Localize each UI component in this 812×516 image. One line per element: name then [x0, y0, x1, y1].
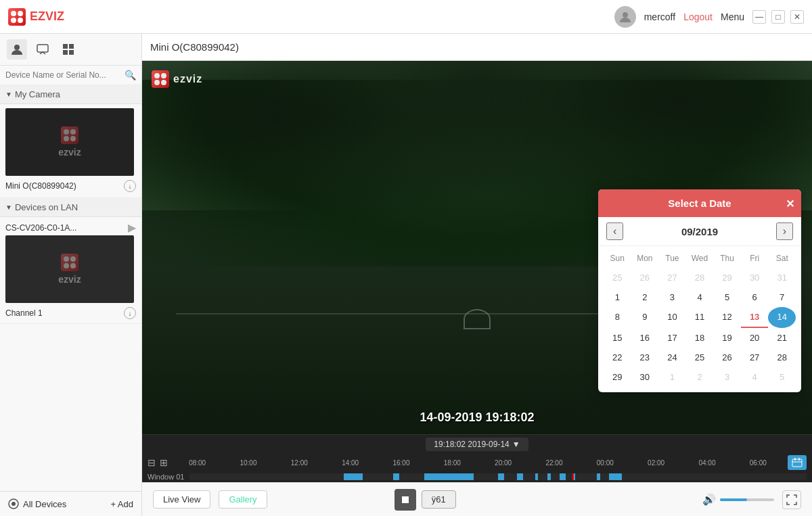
cal-day[interactable]: 20	[741, 328, 769, 348]
svg-rect-4	[69, 44, 74, 49]
cal-day[interactable]: 29	[713, 268, 741, 287]
cal-day[interactable]: 1	[658, 367, 686, 387]
zoom-in-icon[interactable]: ⊞	[160, 457, 168, 468]
cal-day[interactable]: 24	[658, 348, 686, 367]
fullscreen-button[interactable]	[782, 490, 801, 509]
cal-day[interactable]: 27	[658, 268, 686, 287]
calendar-close-button[interactable]: ✕	[786, 197, 794, 210]
section-my-camera[interactable]: ▼ My Camera	[0, 85, 141, 104]
gallery-button[interactable]: Gallery	[219, 490, 267, 509]
add-button[interactable]: + Add	[110, 499, 133, 509]
cal-day[interactable]: 8	[604, 307, 631, 328]
all-devices-button[interactable]: All Devices	[8, 498, 66, 509]
cal-day[interactable]: 19	[713, 328, 741, 348]
cal-day[interactable]: 2	[686, 367, 714, 387]
download-icon[interactable]: ↓	[124, 180, 136, 192]
cal-day[interactable]: 5	[713, 287, 741, 307]
timeline-date-label: 19:18:02 2019-09-14	[434, 440, 509, 449]
maximize-button[interactable]: □	[771, 10, 785, 24]
cal-day[interactable]: 18	[686, 328, 714, 348]
cal-day[interactable]: 4	[686, 287, 714, 307]
cal-day[interactable]: 10	[658, 307, 686, 328]
calendar-open-button[interactable]	[788, 455, 807, 470]
volume-control: 🔊	[702, 493, 774, 506]
cal-day[interactable]: 29	[604, 367, 631, 387]
zoom-out-icon[interactable]: ⊟	[148, 457, 156, 468]
cal-day[interactable]: 4	[741, 367, 769, 387]
cal-day[interactable]: 27	[741, 348, 769, 367]
sidebar-tab-chat[interactable]	[32, 39, 53, 60]
add-label: + Add	[110, 499, 133, 509]
cal-day[interactable]: 3	[713, 367, 741, 387]
cal-day[interactable]: 16	[631, 328, 659, 348]
window-controls: — □ ✕	[752, 10, 804, 24]
capture-button[interactable]: ÿ61	[422, 490, 456, 509]
svg-point-1	[14, 45, 20, 50]
recording-bar-container: Window 01	[142, 471, 812, 482]
time-label-1000: 10:00	[223, 459, 273, 467]
cal-day[interactable]: 30	[631, 367, 659, 387]
section-lan[interactable]: ▼ Devices on LAN	[0, 198, 141, 217]
cal-day[interactable]: 2	[631, 287, 659, 307]
svg-rect-9	[792, 459, 802, 467]
time-label-0200: 02:00	[631, 459, 681, 467]
cal-day[interactable]: 21	[768, 328, 796, 348]
cal-day[interactable]: 28	[686, 268, 714, 287]
cal-day[interactable]: 9	[631, 307, 659, 328]
volume-slider[interactable]	[720, 498, 774, 501]
cal-day-selected[interactable]: 14	[768, 307, 796, 328]
svg-point-8	[12, 502, 16, 506]
channel-download-icon[interactable]: ↓	[124, 307, 136, 319]
cal-day[interactable]: 3	[658, 287, 686, 307]
cal-day[interactable]: 31	[768, 268, 796, 287]
timeline-date-button[interactable]: 19:18:02 2019-09-14 ▼	[426, 438, 528, 451]
cal-day[interactable]: 1	[604, 287, 631, 307]
cal-day[interactable]: 25	[686, 348, 714, 367]
cal-day[interactable]: 26	[713, 348, 741, 367]
time-label-2200: 22:00	[528, 459, 579, 467]
sidebar-tab-grid[interactable]	[58, 39, 78, 60]
volume-icon[interactable]: 🔊	[702, 493, 716, 506]
calendar-next-button[interactable]: ›	[776, 222, 793, 240]
cal-day[interactable]: 12	[713, 307, 741, 328]
calendar-overlay: Select a Date ✕ ‹ 09/2019 › Sun Mon Tue …	[598, 189, 801, 392]
cal-day[interactable]: 15	[604, 328, 631, 348]
search-input[interactable]	[5, 70, 125, 80]
cal-day[interactable]: 26	[631, 268, 659, 287]
recording-seg-8	[560, 473, 566, 480]
cal-day[interactable]: 7	[768, 287, 796, 307]
recording-seg-4	[498, 473, 504, 480]
logout-button[interactable]: Logout	[683, 11, 713, 22]
recording-timeline[interactable]	[189, 473, 807, 480]
live-view-button[interactable]: Live View	[153, 490, 210, 509]
cal-day[interactable]: 22	[604, 348, 631, 367]
cal-day[interactable]: 6	[741, 287, 769, 307]
cal-day[interactable]: 25	[604, 268, 631, 287]
sidebar-tab-user[interactable]	[7, 39, 27, 60]
username: mercoff	[644, 11, 675, 22]
overlay-logo-icon	[152, 70, 169, 88]
logo-dot	[18, 11, 23, 16]
cal-day[interactable]: 17	[658, 328, 686, 348]
cal-day[interactable]: 30	[741, 268, 769, 287]
sidebar-bottom: All Devices + Add	[0, 491, 141, 516]
cal-day[interactable]: 28	[768, 348, 796, 367]
camera-name: Mini O(C80899042)	[5, 181, 76, 191]
calendar-prev-button[interactable]: ‹	[606, 222, 623, 240]
close-button[interactable]: ✕	[790, 10, 804, 24]
minimize-button[interactable]: —	[752, 10, 766, 24]
stop-button[interactable]	[394, 489, 416, 511]
lan-expand-icon[interactable]: ▶	[128, 221, 136, 234]
section-my-camera-label: My Camera	[15, 89, 60, 99]
cal-day-today[interactable]: 13	[741, 307, 769, 328]
menu-button[interactable]: Menu	[721, 11, 744, 22]
calendar-nav: ‹ 09/2019 ›	[598, 217, 801, 246]
recording-seg-7	[547, 473, 551, 480]
day-header-sun: Sun	[604, 252, 631, 265]
search-icon[interactable]: 🔍	[125, 70, 136, 80]
lan-camera-thumbnail: ezviz	[5, 235, 134, 303]
cal-day[interactable]: 11	[686, 307, 714, 328]
time-label-1400: 14:00	[325, 459, 376, 467]
cal-day[interactable]: 23	[631, 348, 659, 367]
cal-day[interactable]: 5	[768, 367, 796, 387]
